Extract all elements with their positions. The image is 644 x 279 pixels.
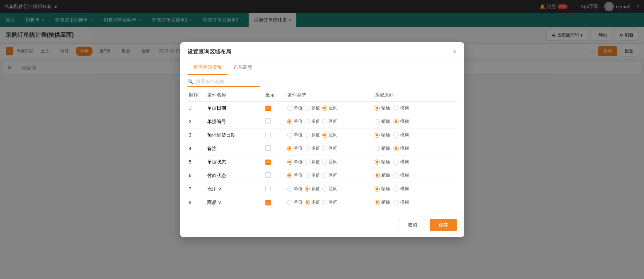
dialog-header: 设置查询区域布局 × xyxy=(180,42,464,60)
dialog-search-area: 🔍 xyxy=(180,75,464,78)
dialog-title: 设置查询区域布局 xyxy=(187,48,231,55)
dialog-close-button[interactable]: × xyxy=(453,48,457,56)
dialog-tab-bar: 查询字段设置 布局调整 xyxy=(180,60,464,75)
settings-dialog: 设置查询区域布局 × 查询字段设置 布局调整 🔍 顺序 条件名称 显示 条件类型… xyxy=(180,42,464,78)
modal-overlay: 设置查询区域布局 × 查询字段设置 布局调整 🔍 顺序 条件名称 显示 条件类型… xyxy=(0,0,644,78)
dialog-tab-query[interactable]: 查询字段设置 xyxy=(187,60,228,75)
dialog-tab-layout[interactable]: 布局调整 xyxy=(228,60,258,75)
